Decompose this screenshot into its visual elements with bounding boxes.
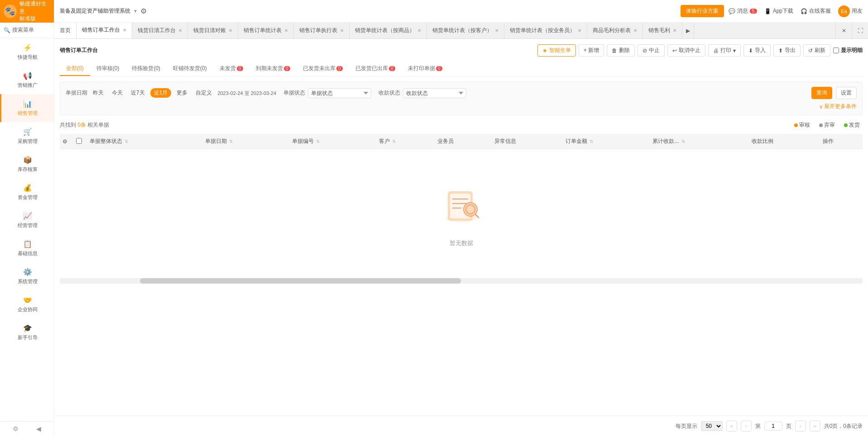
import-button[interactable]: ⬇ 导入 — [743, 44, 771, 57]
tab-sales-summary-product-close[interactable]: ✕ — [417, 28, 421, 33]
delete-button[interactable]: 🗑 删除 — [607, 44, 635, 57]
tab-sales-summary-product[interactable]: 销货单统计表（按商品） ✕ — [350, 23, 427, 39]
user-menu-button[interactable]: Ea 用友 — [838, 5, 863, 17]
filter-date-7days[interactable]: 近7天 — [128, 88, 148, 98]
sort-date-icon[interactable]: ⇅ — [229, 139, 233, 144]
print-button[interactable]: 🖨 打印 ▾ — [708, 44, 741, 57]
topbar-dropdown-icon[interactable]: ▼ — [133, 9, 138, 14]
industry-solution-button[interactable]: 体验行业方案 — [681, 5, 724, 17]
th-checkbox[interactable] — [73, 134, 87, 149]
subtab-shipped-not-warehouse[interactable]: 已发货未出库0 — [297, 62, 349, 76]
prev-page-button[interactable]: ‹ — [741, 421, 752, 431]
page-input[interactable] — [764, 422, 782, 431]
message-button[interactable]: 💬 消息 5 — [729, 7, 757, 15]
tab-restore-button[interactable]: ⛶ — [852, 23, 868, 39]
subtab-pending-review[interactable]: 待审核(0) — [90, 62, 126, 76]
sidebar-nav: ⚡ 快捷导航 📢 营销推广 📊 销售管理 🛒 采购管理 📦 库存核算 💰 资金管… — [0, 38, 54, 346]
sidebar-item-purchase[interactable]: 🛒 采购管理 — [0, 122, 54, 150]
sidebar-item-sales[interactable]: 📊 销售管理 — [0, 94, 54, 122]
sort-amount-icon[interactable]: ⇅ — [590, 139, 593, 144]
last-page-button[interactable]: » — [810, 421, 820, 431]
select-all-checkbox[interactable] — [76, 138, 82, 144]
subtab-all[interactable]: 全部(0) — [60, 62, 90, 76]
tab-cash-account[interactable]: 钱货日清对账 ✕ — [188, 23, 238, 39]
filter-date-custom[interactable]: 自定义 — [193, 88, 215, 98]
th-settings[interactable]: ⚙ — [60, 134, 73, 149]
refresh-button[interactable]: ↺ 刷新 — [803, 44, 830, 57]
tab-sales-margin[interactable]: 销售毛利 ✕ — [643, 23, 682, 39]
first-page-button[interactable]: « — [726, 421, 737, 431]
horizontal-scrollbar[interactable] — [60, 278, 863, 284]
tabbar-more-button[interactable]: ▶ — [682, 23, 694, 39]
filter-date-today[interactable]: 今天 — [109, 88, 125, 98]
filter-date-yesterday[interactable]: 昨天 — [90, 88, 106, 98]
filter-date-more[interactable]: 更多 — [174, 88, 190, 98]
online-service-button[interactable]: 🎧 在线客服 — [801, 7, 831, 15]
system-icon: ⚙️ — [23, 268, 32, 276]
tab-sales-order-close[interactable]: ✕ — [123, 28, 126, 33]
tab-home[interactable]: 首页 — [54, 23, 77, 39]
app-download-button[interactable]: 📱 App下载 — [764, 7, 793, 15]
batch-unreview-button[interactable]: 弃审 — [816, 120, 838, 130]
next-page-button[interactable]: › — [795, 421, 806, 431]
search-button[interactable]: 查询 — [811, 87, 832, 99]
subtab-pending-inspection[interactable]: 待拣验货(0) — [125, 62, 167, 76]
filter-date-1month[interactable]: 近1月 — [150, 88, 172, 98]
sidebar-item-enterprise[interactable]: 🤝 企业协同 — [0, 290, 54, 318]
tab-sales-margin-close[interactable]: ✕ — [673, 28, 676, 33]
sidebar-item-marketing[interactable]: 📢 营销推广 — [0, 66, 54, 94]
subtab-not-shipped[interactable]: 未发货0 — [213, 62, 249, 76]
subtab-wangpu[interactable]: 旺铺待发货(0) — [167, 62, 213, 76]
sidebar-item-quick-nav[interactable]: ⚡ 快捷导航 — [0, 38, 54, 66]
show-detail-checkbox[interactable]: 显示明细 — [833, 47, 863, 54]
filter-payment-select[interactable]: 收款状态 — [403, 88, 466, 98]
sidebar-collapse-button[interactable]: ◀ — [36, 425, 41, 432]
cancel-stop-button[interactable]: ↩ 取消中止 — [667, 44, 705, 57]
subtab-not-printed[interactable]: 未打印单据0 — [402, 62, 449, 76]
stop-button[interactable]: ⊘ 中止 — [638, 44, 665, 57]
tab-sales-order[interactable]: 销售订单工作台 ✕ — [77, 23, 132, 39]
subtab-overdue-not-shipped[interactable]: 到期未发货0 — [249, 62, 297, 76]
empty-text: 暂无数据 — [450, 239, 473, 247]
export-button[interactable]: ⬆ 导出 — [773, 44, 801, 57]
tab-cash-daily-close[interactable]: ✕ — [178, 28, 182, 33]
scrollbar-thumb[interactable] — [140, 278, 461, 284]
tab-cash-account-close[interactable]: ✕ — [229, 28, 232, 33]
sidebar-item-finance[interactable]: 💰 资金管理 — [0, 178, 54, 206]
tab-close-all-button[interactable]: ✕ — [835, 23, 852, 39]
tab-sales-summary-customer-close[interactable]: ✕ — [495, 28, 499, 33]
tab-sales-stats-close[interactable]: ✕ — [284, 28, 288, 33]
sidebar-item-basic-info[interactable]: 📋 基础信息 — [0, 234, 54, 262]
filter-expand-button[interactable]: ∨ 展开更多条件 — [819, 103, 857, 110]
sidebar-item-guide[interactable]: 🎓 新手引导 — [0, 318, 54, 346]
smart-order-button[interactable]: ★ 智能生单 — [537, 44, 576, 57]
sort-number-icon[interactable]: ⇅ — [316, 139, 320, 144]
sort-customer-icon[interactable]: ⇅ — [392, 139, 396, 144]
topbar-settings-icon[interactable]: ⚙ — [140, 7, 147, 15]
filter-status-select[interactable]: 单据状态 — [308, 88, 371, 98]
sidebar-settings-button[interactable]: ⚙ — [13, 425, 19, 432]
batch-review-button[interactable]: 审核 — [791, 120, 813, 130]
sidebar-item-system[interactable]: ⚙️ 系统管理 — [0, 262, 54, 290]
tab-cash-daily[interactable]: 钱货日清工作台 ✕ — [132, 23, 188, 39]
tab-sales-summary-staff-close[interactable]: ✕ — [578, 28, 581, 33]
tab-sales-summary-staff[interactable]: 销货单统计表（按业务员） ✕ — [504, 23, 587, 39]
tab-sales-exec[interactable]: 销售订单执行表 ✕ — [294, 23, 350, 39]
sort-status-icon[interactable]: ⇅ — [125, 139, 128, 144]
search-icon: 🔍 — [4, 27, 10, 33]
tab-sales-exec-close[interactable]: ✕ — [340, 28, 344, 33]
subtab-shipped-out[interactable]: 已发货已出库0 — [349, 62, 402, 76]
add-button[interactable]: + 新增 — [579, 44, 604, 57]
tab-gross-margin[interactable]: 商品毛利分析表 ✕ — [587, 23, 643, 39]
tab-sales-summary-customer[interactable]: 销货单统计表（按客户） ✕ — [427, 23, 504, 39]
sidebar-item-inventory[interactable]: 📦 库存核算 — [0, 150, 54, 178]
per-page-select[interactable]: 50 — [701, 421, 723, 431]
batch-ship-button[interactable]: 发货 — [841, 120, 863, 130]
tab-gross-margin-close[interactable]: ✕ — [633, 28, 637, 33]
filter-settings-button[interactable]: 设置 — [836, 87, 857, 99]
show-detail-input[interactable] — [833, 47, 839, 53]
tab-sales-stats[interactable]: 销售订单统计表 ✕ — [238, 23, 294, 39]
sort-accumulated-icon[interactable]: ⇅ — [681, 139, 685, 144]
sidebar-item-operation[interactable]: 📈 经营管理 — [0, 206, 54, 234]
sidebar-search[interactable]: 🔍 搜索菜单 — [0, 23, 54, 38]
